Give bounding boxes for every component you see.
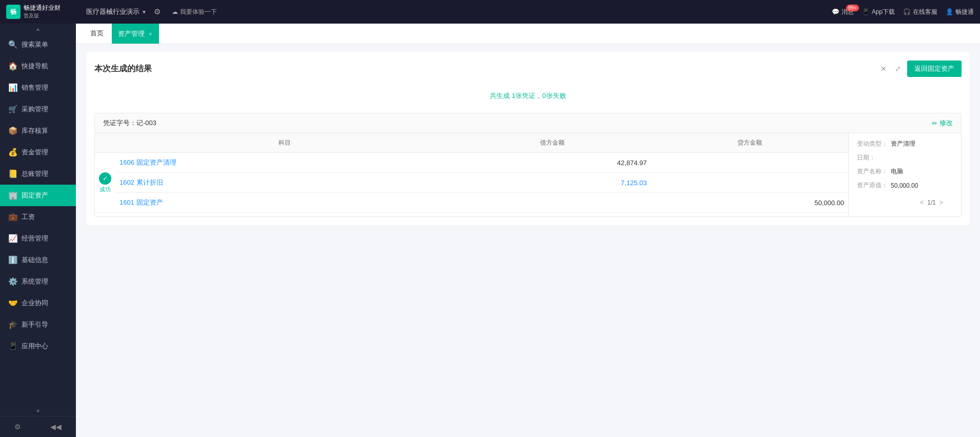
return-button[interactable]: 返回固定资产 (907, 61, 962, 77)
credit-1601: 50,000.00 (651, 193, 848, 213)
sidebar-label-fixed-assets: 固定资产 (22, 191, 48, 200)
customer-service-action[interactable]: 🎧 在线客服 (903, 8, 937, 16)
table-row: ✓ 成功 1606 固定资产清理 42,874.97 (95, 153, 848, 173)
sidebar-item-operations[interactable]: 📈 经营管理 (0, 228, 76, 249)
voucher-right-panel: 变动类型： 资产清理 日期： 资产名称： 电脑 (848, 133, 961, 216)
edit-label: 修改 (939, 118, 953, 128)
sidebar-label-basic-info: 基础信息 (22, 255, 48, 265)
sidebar-label-enterprise: 企业协同 (22, 299, 48, 308)
guide-icon: 🎓 (8, 320, 17, 329)
app-download-label: App下载 (872, 8, 895, 16)
sidebar-item-inventory[interactable]: 📦 库存核算 (0, 120, 76, 142)
page-info: 1/1 (927, 199, 936, 206)
voucher-table: 科目 借方金额 贷方金额 ✓ 成功 (95, 133, 848, 213)
scroll-down-arrow[interactable]: ▼ (0, 406, 76, 416)
prev-page-button[interactable]: < (918, 199, 925, 206)
sidebar-scroll: 🔍 搜索菜单 🏠 快捷导航 📊 销售管理 🛒 采购管理 📦 库存核算 💰 (0, 34, 76, 406)
collapse-sidebar-button[interactable]: ◀◀ (46, 421, 66, 433)
user-area[interactable]: 👤 畅捷通 (946, 8, 974, 16)
cloud-icon: ☁ (172, 8, 178, 15)
debit-1606: 42,874.97 (453, 153, 651, 173)
sidebar-label-sales: 销售管理 (22, 83, 48, 92)
user-name: 畅捷通 (955, 8, 974, 16)
debit-1601 (453, 193, 651, 213)
result-title-row: 本次生成的结果 ✕ ⤢ 返回固定资产 (94, 61, 962, 77)
enterprise-icon: 🤝 (8, 299, 17, 308)
scroll-up-arrow[interactable]: ▲ (0, 24, 76, 34)
sidebar-item-basic-info[interactable]: ℹ️ 基础信息 (0, 249, 76, 271)
sidebar-label-funds: 资金管理 (22, 148, 48, 157)
settings-button[interactable]: ⚙ (151, 6, 164, 17)
phone-icon: 📱 (862, 8, 870, 15)
success-label: 成功 (99, 186, 111, 193)
change-type-row: 变动类型： 资产清理 (857, 140, 953, 148)
table-row: 1601 固定资产 50,000.00 (95, 193, 848, 213)
voucher-body: 科目 借方金额 贷方金额 ✓ 成功 (95, 133, 961, 216)
sidebar: ▲ 🔍 搜索菜单 🏠 快捷导航 📊 销售管理 🛒 采购管理 📦 库存核算 (0, 24, 76, 437)
asset-name-row: 资产名称： 电脑 (857, 167, 953, 176)
next-page-button[interactable]: > (938, 199, 945, 206)
header-right: 💬 消息 99+ 📱 App下载 🎧 在线客服 👤 畅捷通 (832, 8, 974, 16)
logo-icon: 畅 (6, 5, 21, 19)
customer-service-label: 在线客服 (913, 8, 937, 16)
user-icon: 👤 (946, 8, 953, 15)
change-type-label: 变动类型： (857, 140, 888, 148)
subject-1606: 1606 固定资产清理 (115, 153, 453, 173)
sidebar-label-quick-nav: 快捷导航 (22, 62, 48, 71)
messages-action[interactable]: 💬 消息 99+ (832, 8, 854, 16)
headset-icon: 🎧 (903, 8, 911, 15)
sidebar-item-payroll[interactable]: 💼 工资 (0, 206, 76, 228)
row-status-cell: ✓ 成功 (95, 153, 115, 213)
table-row: 1602 累计折旧 7,125.03 (95, 173, 848, 193)
sidebar-item-purchase[interactable]: 🛒 采购管理 (0, 98, 76, 120)
fixed-assets-icon: 🏢 (8, 191, 17, 200)
subject-1601: 1601 固定资产 (115, 193, 453, 213)
col-subject: 科目 (115, 133, 453, 153)
purchase-icon: 🛒 (8, 105, 17, 114)
sidebar-item-sales[interactable]: 📊 销售管理 (0, 77, 76, 98)
expand-panel-button[interactable]: ⤢ (893, 64, 903, 74)
sidebar-bottom: ⚙ ◀◀ (0, 416, 76, 437)
chevron-down-icon: ▼ (142, 9, 147, 15)
inventory-icon: 📦 (8, 126, 17, 135)
sidebar-item-ledger[interactable]: 📒 总账管理 (0, 163, 76, 185)
header-middle: 医疗器械行业演示 ▼ ⚙ ☁ 我要体验一下 (82, 6, 832, 17)
app-download-action[interactable]: 📱 App下载 (862, 8, 895, 16)
trial-button[interactable]: ☁ 我要体验一下 (172, 8, 217, 16)
success-icon: ✓ (99, 172, 111, 185)
top-header: 畅 畅捷通好业财 普及版 医疗器械行业演示 ▼ ⚙ ☁ 我要体验一下 💬 消息 … (0, 0, 980, 24)
settings-bottom-button[interactable]: ⚙ (10, 421, 25, 433)
sidebar-label-operations: 经营管理 (22, 234, 48, 243)
edit-icon: ✏ (932, 120, 937, 127)
pagination-row: < 1/1 > (857, 195, 953, 210)
sales-icon: 📊 (8, 83, 17, 92)
sidebar-label-app-center: 应用中心 (22, 342, 48, 351)
sidebar-item-search[interactable]: 🔍 搜索菜单 (0, 34, 76, 55)
tab-bar: 首页 资产管理 × (76, 24, 980, 44)
sidebar-item-funds[interactable]: 💰 资金管理 (0, 142, 76, 163)
tab-home[interactable]: 首页 (84, 24, 110, 44)
logo-area: 畅 畅捷通好业财 普及版 (6, 4, 82, 19)
subject-1602: 1602 累计折旧 (115, 173, 453, 193)
sidebar-label-payroll: 工资 (22, 212, 35, 222)
funds-icon: 💰 (8, 148, 17, 157)
system-icon: ⚙️ (8, 277, 17, 286)
tab-asset-mgmt[interactable]: 资产管理 × (112, 24, 159, 44)
sidebar-item-quick-nav[interactable]: 🏠 快捷导航 (0, 55, 76, 77)
edit-voucher-button[interactable]: ✏ 修改 (932, 118, 953, 128)
content-area: 首页 资产管理 × 本次生成的结果 ✕ ⤢ 返回固定资产 共生成 (76, 24, 980, 437)
tab-close-icon[interactable]: × (148, 30, 153, 37)
sidebar-label-guide: 新手引导 (22, 320, 48, 329)
sidebar-item-system[interactable]: ⚙️ 系统管理 (0, 271, 76, 292)
close-panel-button[interactable]: ✕ (878, 64, 889, 74)
sidebar-item-enterprise[interactable]: 🤝 企业协同 (0, 292, 76, 314)
sidebar-item-app-center[interactable]: 📱 应用中心 (0, 335, 76, 357)
company-selector[interactable]: 医疗器械行业演示 ▼ (86, 7, 147, 16)
original-value-row: 资产原值： 50,000.00 (857, 181, 953, 190)
sidebar-item-guide[interactable]: 🎓 新手引导 (0, 314, 76, 335)
sidebar-item-fixed-assets[interactable]: 🏢 固定资产 (0, 185, 76, 206)
basic-info-icon: ℹ️ (8, 255, 17, 265)
ledger-icon: 📒 (8, 169, 17, 178)
result-summary: 共生成 1张凭证，0张失败 (94, 85, 962, 107)
sidebar-label-purchase: 采购管理 (22, 105, 48, 114)
